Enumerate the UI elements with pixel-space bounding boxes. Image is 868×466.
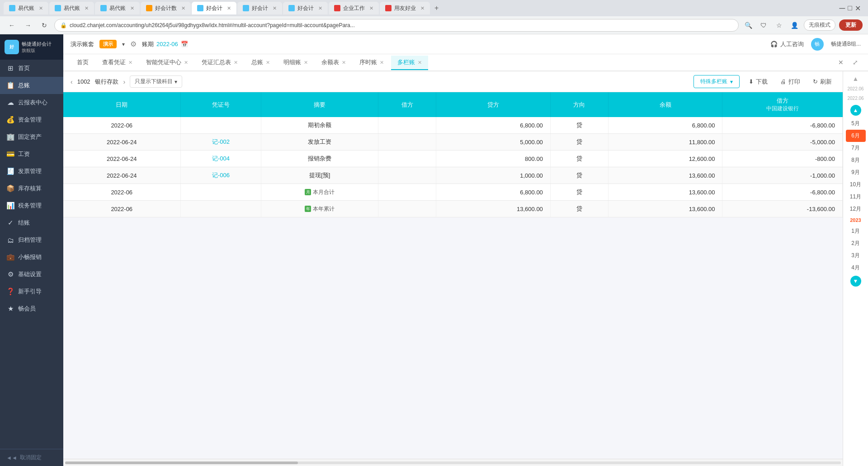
month-item-apr[interactable]: 4月 (846, 262, 866, 274)
calendar-icon[interactable]: 📅 (181, 41, 188, 47)
consult-button[interactable]: 🎧 人工咨询 (770, 40, 804, 48)
back-button[interactable]: ← (5, 19, 18, 32)
refresh-button[interactable]: ↻ (38, 19, 51, 32)
scroll-up-indicator[interactable]: ▲ (850, 105, 861, 116)
sidebar-item-tax[interactable]: 📊 税务管理 (0, 197, 63, 214)
tab-voucher-summary[interactable]: 凭证汇总表 ✕ (195, 56, 244, 70)
forward-button[interactable]: → (22, 19, 34, 32)
sidebar-item-close[interactable]: ✓ 结账 (0, 214, 63, 231)
sidebar-footer[interactable]: ◄◄ 取消固定 (0, 449, 63, 466)
scrollbar-thumb[interactable] (65, 461, 298, 464)
tab-home[interactable]: 首页 (71, 56, 95, 70)
new-tab-button[interactable]: + (431, 2, 442, 14)
tab-detail-ledger[interactable]: 明细账 ✕ (277, 56, 314, 70)
tab-chronological-close[interactable]: ✕ (380, 60, 384, 66)
browser-tab-7[interactable]: 好会计 ✕ (283, 2, 328, 14)
print-button[interactable]: 🖨 打印 (777, 76, 804, 88)
tab-close-9[interactable]: ✕ (420, 5, 425, 11)
tab-close-1[interactable]: ✕ (39, 5, 43, 11)
browser-tab-8[interactable]: 企业工作 ✕ (329, 2, 379, 14)
sidebar-item-member[interactable]: ★ 畅会员 (0, 300, 63, 317)
tab-close-6[interactable]: ✕ (273, 5, 277, 11)
month-item-mar[interactable]: 3月 (846, 249, 866, 262)
scroll-down-indicator[interactable]: ▼ (850, 276, 861, 287)
tab-close-4[interactable]: ✕ (181, 5, 185, 11)
tab-close-5[interactable]: ✕ (227, 5, 231, 11)
month-item-feb[interactable]: 2月 (846, 237, 866, 249)
shield-icon[interactable]: 🛡 (758, 19, 769, 31)
month-item-aug[interactable]: 8月 (846, 154, 866, 166)
sidebar-item-salary[interactable]: 💳 工资 (0, 146, 63, 163)
tab-general-ledger-close[interactable]: ✕ (266, 60, 270, 66)
sidebar-item-expense[interactable]: 💼 小畅报销 (0, 249, 63, 266)
month-item-sep[interactable]: 9月 (846, 166, 866, 179)
sidebar-item-settings[interactable]: ⚙ 基础设置 (0, 266, 63, 283)
browser-tab-3[interactable]: 易代账 ✕ (95, 2, 140, 14)
browser-tab-4[interactable]: 好会计数 ✕ (141, 2, 191, 14)
tab-view-voucher-close[interactable]: ✕ (128, 60, 132, 66)
month-item-may[interactable]: 5月 (846, 118, 866, 130)
search-icon[interactable]: 🔍 (742, 19, 754, 31)
sidebar-item-inventory[interactable]: 📦 库存核算 (0, 180, 63, 197)
filter-dropdown[interactable]: 只显示下级科目 ▾ (130, 75, 182, 88)
tab-close-8[interactable]: ✕ (369, 5, 373, 11)
month-item-dec[interactable]: 12月 (846, 203, 866, 215)
tab-detail-ledger-close[interactable]: ✕ (304, 60, 308, 66)
browser-tab-2[interactable]: 易代账 ✕ (49, 2, 94, 14)
browser-tab-1[interactable]: 易代账 ✕ (4, 2, 48, 14)
close-button[interactable]: ✕ (855, 4, 861, 13)
browser-tab-6[interactable]: 好会计 ✕ (237, 2, 282, 14)
month-item-oct[interactable]: 10月 (846, 179, 866, 191)
wuhen-button[interactable]: 无痕模式 (804, 19, 835, 31)
sidebar-item-archive[interactable]: 🗂 归档管理 (0, 231, 63, 249)
tab-balance-close[interactable]: ✕ (342, 60, 346, 66)
maximize-button[interactable]: □ (848, 4, 852, 12)
settings-gear-icon[interactable]: ⚙ (130, 40, 137, 48)
browser-tab-9[interactable]: 用友好业 ✕ (380, 2, 430, 14)
profile-icon[interactable]: 👤 (788, 19, 800, 31)
tab-smart-voucher-close[interactable]: ✕ (184, 60, 188, 66)
tab-close-3[interactable]: ✕ (130, 5, 134, 11)
sidebar-item-funds[interactable]: 💰 资金管理 (0, 111, 63, 128)
sidebar-item-assets[interactable]: 🏢 固定资产 (0, 128, 63, 146)
sidebar-item-invoice[interactable]: 🧾 发票管理 (0, 163, 63, 180)
tab-balance[interactable]: 余额表 ✕ (315, 56, 352, 70)
sidebar-item-home[interactable]: ⊞ 首页 (0, 60, 63, 77)
refresh-button[interactable]: ↻ 刷新 (809, 76, 835, 88)
sidebar-item-ledger[interactable]: 📋 总账 (0, 77, 63, 94)
tab-multi-column-close[interactable]: ✕ (418, 60, 422, 66)
update-button[interactable]: 更新 (839, 19, 863, 31)
tab-close-2[interactable]: ✕ (85, 5, 89, 11)
next-account-button[interactable]: › (123, 78, 125, 85)
month-item-jul[interactable]: 7月 (846, 142, 866, 154)
tab-multi-column[interactable]: 多栏账 ✕ (391, 56, 428, 70)
tab-general-ledger[interactable]: 总账 ✕ (245, 56, 276, 70)
sidebar-item-cloud[interactable]: ☁ 云报表中心 (0, 94, 63, 111)
account-dropdown[interactable]: ▾ (122, 41, 125, 47)
download-button[interactable]: ⬇ 下载 (745, 76, 771, 88)
multi-col-button[interactable]: 特殊多栏账 ▾ (693, 75, 740, 88)
month-item-jan[interactable]: 1月 (846, 225, 866, 237)
star-icon[interactable]: ☆ (773, 19, 785, 31)
sidebar-item-guide[interactable]: ❓ 新手引导 (0, 283, 63, 300)
tab-close-7[interactable]: ✕ (318, 5, 322, 11)
scrollbar-track[interactable] (65, 461, 841, 464)
cell-voucher-2[interactable]: 记-002 (180, 134, 261, 151)
tab-collapse-button[interactable]: ✕ (835, 57, 846, 68)
minimize-button[interactable]: ─ (840, 4, 845, 13)
prev-account-button[interactable]: ‹ (71, 78, 73, 85)
month-scroll-up-button[interactable]: ▲ (851, 73, 861, 84)
month-item-nov[interactable]: 11月 (846, 191, 866, 203)
tab-voucher-summary-close[interactable]: ✕ (234, 60, 238, 66)
browser-tab-5[interactable]: 好会计 ✕ (192, 2, 236, 14)
url-bar[interactable]: 🔒 cloud2.chanjet.com/accounting/uh26t264… (54, 19, 739, 32)
chevron-down-icon: ▾ (122, 41, 125, 47)
tab-chronological[interactable]: 序时账 ✕ (353, 56, 390, 70)
cell-voucher-3[interactable]: 记-004 (180, 151, 261, 167)
month-item-jun[interactable]: 6月 (846, 130, 866, 142)
horizontal-scrollbar[interactable] (63, 459, 843, 466)
tab-expand-button[interactable]: ⤢ (850, 57, 861, 68)
tab-view-voucher[interactable]: 查看凭证 ✕ (96, 56, 139, 70)
cell-voucher-4[interactable]: 记-006 (180, 167, 261, 184)
tab-smart-voucher[interactable]: 智能凭证中心 ✕ (140, 56, 194, 70)
